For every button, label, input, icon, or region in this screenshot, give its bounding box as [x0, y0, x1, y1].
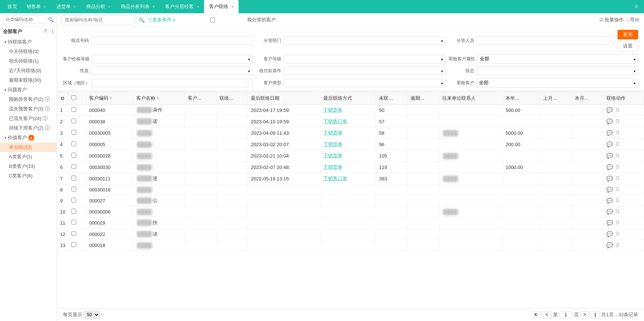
row-select-checkbox[interactable]: [71, 130, 76, 135]
last-contact-way[interactable]: 下销货单: [320, 162, 376, 173]
last-way-link[interactable]: 下销货单: [323, 107, 342, 113]
row-select-checkbox[interactable]: [71, 141, 76, 146]
row-checkbox[interactable]: [68, 105, 86, 116]
sort-icon[interactable]: ⇅: [156, 96, 159, 100]
last-way-link[interactable]: 下销货单: [323, 130, 342, 135]
row-select-checkbox[interactable]: [71, 107, 76, 112]
more-conditions-btn[interactable]: ▽ 更多条件 ∧: [148, 17, 176, 23]
window-close-icon[interactable]: ×: [632, 3, 641, 10]
my-customers-check[interactable]: [179, 18, 246, 22]
value-customers-group[interactable]: ▾ 价值客户 ●: [0, 133, 57, 142]
checkbox-col-header[interactable]: [68, 92, 86, 105]
row-checkbox[interactable]: [68, 173, 86, 184]
row-select-checkbox[interactable]: [71, 164, 76, 169]
export-btn[interactable]: ↓ 导出: [627, 17, 640, 23]
search-button[interactable]: 查询: [617, 30, 638, 39]
close-icon[interactable]: ×: [44, 4, 46, 9]
last-contact-way[interactable]: 下销货单: [320, 105, 376, 116]
all-customers-header[interactable]: 全部客户 ⠿ 《: [0, 26, 57, 37]
sidebar-item-class-c[interactable]: C类客户(6): [0, 171, 57, 181]
customer-type-select[interactable]: [284, 79, 445, 87]
row-checkbox[interactable]: [68, 207, 86, 217]
status-select[interactable]: [476, 67, 638, 75]
last-page-btn[interactable]: 1: [591, 311, 600, 318]
row-select-checkbox[interactable]: [71, 242, 76, 247]
manager-select[interactable]: ···: [476, 36, 615, 45]
last-contact-way[interactable]: 下销货单: [320, 139, 376, 150]
more-icon[interactable]: ⠿: [616, 119, 619, 124]
last-way-link[interactable]: 下销货单: [323, 153, 342, 158]
last-way-link[interactable]: 下销售订单: [323, 119, 347, 124]
sidebar-item-churn-warning[interactable]: 流失预警客户(3) ⓘ: [0, 104, 57, 114]
last-contact-way[interactable]: 下销售订单: [320, 116, 376, 127]
search-input[interactable]: [61, 15, 135, 24]
tab-product-analysis[interactable]: 商品分析 ×: [81, 0, 116, 13]
sidebar-item-overdue[interactable]: 逾期未联络(30): [0, 75, 57, 85]
chat-icon[interactable]: 💬: [606, 220, 613, 226]
last-contact-way[interactable]: [320, 184, 376, 195]
row-checkbox[interactable]: [68, 217, 86, 229]
last-contact-way[interactable]: 下销货单: [320, 150, 376, 162]
search-icon[interactable]: 🔍: [139, 17, 145, 23]
last-contact-way[interactable]: 下销货单: [320, 127, 376, 139]
row-select-checkbox[interactable]: [71, 119, 76, 123]
chat-icon[interactable]: 💬: [606, 130, 613, 136]
tab-purchase[interactable]: 进货单 ×: [51, 0, 81, 13]
chat-icon[interactable]: 💬: [606, 242, 613, 248]
tab-home[interactable]: 首页: [3, 0, 21, 13]
last-way-link[interactable]: 下销货单: [323, 164, 342, 170]
reset-button[interactable]: 设置: [617, 41, 638, 51]
sidebar-item-week[interactable]: 近7天待联络(0): [0, 66, 57, 75]
chat-icon[interactable]: 💬: [606, 141, 613, 147]
more-icon[interactable]: ⠿: [616, 242, 619, 248]
sidebar-item-class-a[interactable]: A类客户(1): [0, 152, 57, 162]
tab-sales[interactable]: 销售单 ×: [21, 0, 51, 13]
row-checkbox[interactable]: [68, 195, 86, 207]
level-select[interactable]: [284, 55, 445, 63]
next-page-btn[interactable]: >: [580, 311, 590, 318]
collapse-icon[interactable]: 《: [49, 28, 54, 35]
row-select-checkbox[interactable]: [71, 231, 76, 236]
row-select-checkbox[interactable]: [71, 176, 76, 180]
chat-icon[interactable]: 💬: [606, 176, 613, 181]
last-contact-way[interactable]: [320, 217, 376, 229]
chat-icon[interactable]: 💬: [606, 209, 613, 215]
category-search-input[interactable]: [3, 15, 46, 24]
phone-input[interactable]: [91, 36, 253, 45]
last-way-link[interactable]: 下销售订单: [323, 176, 347, 181]
sidebar-item-abnormal[interactable]: 囤购异常客户(2) ⓘ: [0, 95, 57, 104]
price-level-select[interactable]: [92, 55, 253, 63]
dept-select[interactable]: [284, 36, 445, 45]
sidebar-item-tomorrow[interactable]: 明天待联络(1): [0, 56, 57, 66]
last-way-link[interactable]: 下销货单: [323, 141, 342, 147]
tab-customer-tier[interactable]: 客户分层经客 ×: [160, 0, 204, 13]
close-icon[interactable]: ×: [197, 4, 199, 9]
batch-op-btn[interactable]: ☑ 批量操作: [599, 17, 624, 23]
last-contact-way[interactable]: [320, 195, 376, 207]
close-icon[interactable]: ×: [108, 4, 110, 9]
chat-icon[interactable]: 💬: [606, 187, 613, 193]
row-checkbox[interactable]: [68, 240, 86, 251]
sidebar-item-ungroup[interactable]: 未分组(32): [0, 142, 57, 152]
row-select-checkbox[interactable]: [71, 187, 76, 191]
grid-icon[interactable]: ⠿: [44, 28, 47, 35]
sidebar-item-class-b[interactable]: B类客户(33): [0, 162, 57, 171]
row-select-checkbox[interactable]: [71, 198, 76, 202]
tab-customer-contact[interactable]: 客户联络 ×: [204, 0, 239, 13]
more-icon[interactable]: ⠿: [616, 198, 619, 204]
select-all-checkbox[interactable]: [71, 95, 76, 100]
more-icon[interactable]: ⠿: [616, 130, 619, 136]
more-icon[interactable]: ⠿: [616, 176, 619, 181]
settings-col-header[interactable]: ⚙: [57, 92, 68, 105]
close-icon[interactable]: ×: [152, 4, 155, 9]
close-icon[interactable]: ×: [74, 4, 76, 9]
row-select-checkbox[interactable]: [71, 209, 76, 214]
payterms-select[interactable]: [284, 67, 445, 75]
row-checkbox[interactable]: [68, 139, 86, 150]
last-contact-way[interactable]: [320, 240, 376, 251]
retail-attr-select[interactable]: 全部: [477, 54, 638, 64]
prev-page-btn[interactable]: <: [542, 311, 552, 318]
row-checkbox[interactable]: [68, 127, 86, 139]
chat-icon[interactable]: 💬: [606, 153, 613, 159]
row-select-checkbox[interactable]: [71, 220, 76, 225]
